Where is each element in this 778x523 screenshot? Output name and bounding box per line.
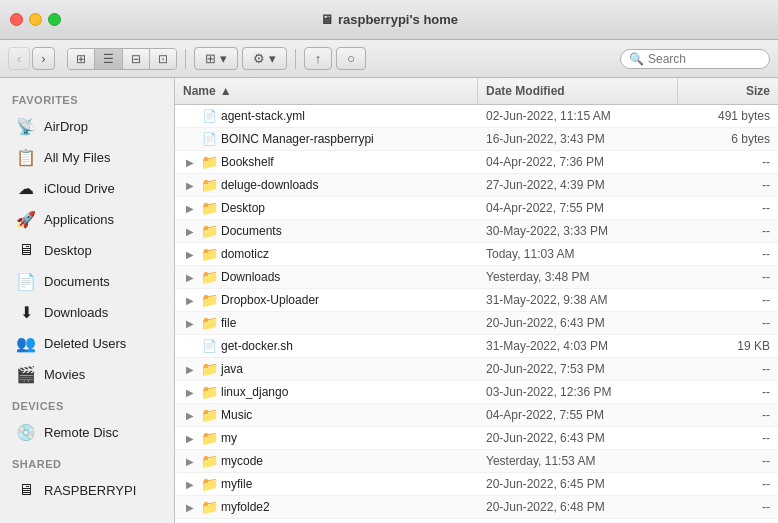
all-my-files-icon: 📋 xyxy=(16,147,36,167)
file-name: my xyxy=(221,431,237,445)
column-name[interactable]: Name ▲ xyxy=(175,78,478,104)
expand-arrow[interactable]: ▶ xyxy=(183,203,197,214)
file-name: file xyxy=(221,316,236,330)
table-row[interactable]: 📄agent-stack.yml02-Jun-2022, 11:15 AM491… xyxy=(175,105,778,128)
table-row[interactable]: ▶📁Music04-Apr-2022, 7:55 PM-- xyxy=(175,404,778,427)
airdrop-icon: 📡 xyxy=(16,116,36,136)
sidebar-item-applications[interactable]: 🚀Applications xyxy=(4,204,170,234)
view-buttons: ⊞ ☰ ⊟ ⊡ xyxy=(67,48,177,70)
expand-arrow[interactable]: ▶ xyxy=(183,364,197,375)
expand-arrow[interactable]: ▶ xyxy=(183,318,197,329)
file-name-cell: ▶📁linux_django xyxy=(175,381,478,403)
table-row[interactable]: ▶📁my20-Jun-2022, 6:43 PM-- xyxy=(175,427,778,450)
deleted-users-label: Deleted Users xyxy=(44,336,126,351)
file-name-cell: ▶📁Desktop xyxy=(175,197,478,219)
table-row[interactable]: ▶📁myfolder1Yesterday, 11:38 AM-- xyxy=(175,519,778,523)
column-size[interactable]: Size xyxy=(678,78,778,104)
expand-arrow[interactable]: ▶ xyxy=(183,180,197,191)
sidebar-item-all-my-files[interactable]: 📋All My Files xyxy=(4,142,170,172)
table-row[interactable]: ▶📁mycodeYesterday, 11:53 AM-- xyxy=(175,450,778,473)
expand-arrow[interactable]: ▶ xyxy=(183,410,197,421)
expand-arrow[interactable]: ▶ xyxy=(183,157,197,168)
search-box[interactable]: 🔍 xyxy=(620,49,770,69)
sidebar-item-movies[interactable]: 🎬Movies xyxy=(4,359,170,389)
movies-icon: 🎬 xyxy=(16,364,36,384)
table-row[interactable]: ▶📁linux_django03-Jun-2022, 12:36 PM-- xyxy=(175,381,778,404)
table-row[interactable]: ▶📁DownloadsYesterday, 3:48 PM-- xyxy=(175,266,778,289)
table-row[interactable]: ▶📁deluge-downloads27-Jun-2022, 4:39 PM-- xyxy=(175,174,778,197)
share-button[interactable]: ↑ xyxy=(304,47,333,70)
springload-icon: ○ xyxy=(347,51,355,66)
table-row[interactable]: ▶📁java20-Jun-2022, 7:53 PM-- xyxy=(175,358,778,381)
documents-icon: 📄 xyxy=(16,271,36,291)
file-name: Downloads xyxy=(221,270,280,284)
search-input[interactable] xyxy=(648,52,761,66)
table-row[interactable]: 📄get-docker.sh31-May-2022, 4:03 PM19 KB xyxy=(175,335,778,358)
table-row[interactable]: ▶📁myfolde220-Jun-2022, 6:48 PM-- xyxy=(175,496,778,519)
sidebar-item-downloads[interactable]: ⬇Downloads xyxy=(4,297,170,327)
file-date: 20-Jun-2022, 7:53 PM xyxy=(478,358,678,380)
file-list-scroll[interactable]: 📄agent-stack.yml02-Jun-2022, 11:15 AM491… xyxy=(175,105,778,523)
view-gallery-button[interactable]: ⊡ xyxy=(150,49,176,69)
file-date: 20-Jun-2022, 6:45 PM xyxy=(478,473,678,495)
view-list-button[interactable]: ☰ xyxy=(95,49,123,69)
sidebar-item-raspberrypi[interactable]: 🖥RASPBERRYPI xyxy=(4,475,170,505)
icloud-drive-label: iCloud Drive xyxy=(44,181,115,196)
view-icons-button[interactable]: ⊞ xyxy=(68,49,95,69)
desktop-label: Desktop xyxy=(44,243,92,258)
file-name-cell: ▶📁Documents xyxy=(175,220,478,242)
file-name-cell: ▶📁domoticz xyxy=(175,243,478,265)
expand-arrow[interactable]: ▶ xyxy=(183,479,197,490)
documents-label: Documents xyxy=(44,274,110,289)
sidebar-item-airdrop[interactable]: 📡AirDrop xyxy=(4,111,170,141)
file-date: 04-Apr-2022, 7:55 PM xyxy=(478,404,678,426)
table-row[interactable]: 📄BOINC Manager-raspberrypi16-Jun-2022, 3… xyxy=(175,128,778,151)
expand-arrow[interactable]: ▶ xyxy=(183,433,197,444)
movies-label: Movies xyxy=(44,367,85,382)
column-date[interactable]: Date Modified xyxy=(478,78,678,104)
file-date: 02-Jun-2022, 11:15 AM xyxy=(478,105,678,127)
expand-arrow[interactable]: ▶ xyxy=(183,226,197,237)
file-name: Desktop xyxy=(221,201,265,215)
expand-arrow[interactable]: ▶ xyxy=(183,456,197,467)
sidebar-item-remote-disc[interactable]: 💿Remote Disc xyxy=(4,417,170,447)
file-name: agent-stack.yml xyxy=(221,109,305,123)
sidebar-item-documents[interactable]: 📄Documents xyxy=(4,266,170,296)
file-icon: 📄 xyxy=(201,131,217,147)
sidebar-item-deleted-users[interactable]: 👥Deleted Users xyxy=(4,328,170,358)
minimize-button[interactable] xyxy=(29,13,42,26)
table-row[interactable]: ▶📁Dropbox-Uploader31-May-2022, 9:38 AM-- xyxy=(175,289,778,312)
arrange-button[interactable]: ⊞ ▾ xyxy=(194,47,238,70)
table-row[interactable]: ▶📁Bookshelf04-Apr-2022, 7:36 PM-- xyxy=(175,151,778,174)
file-size: -- xyxy=(678,197,778,219)
file-name-cell: ▶📁Downloads xyxy=(175,266,478,288)
expand-arrow[interactable]: ▶ xyxy=(183,272,197,283)
table-row[interactable]: ▶📁myfile20-Jun-2022, 6:45 PM-- xyxy=(175,473,778,496)
table-row[interactable]: ▶📁domoticzToday, 11:03 AM-- xyxy=(175,243,778,266)
close-button[interactable] xyxy=(10,13,23,26)
expand-arrow[interactable]: ▶ xyxy=(183,249,197,260)
sidebar-section-shared: Shared xyxy=(0,448,174,474)
view-columns-button[interactable]: ⊟ xyxy=(123,49,150,69)
table-row[interactable]: ▶📁Documents30-May-2022, 3:33 PM-- xyxy=(175,220,778,243)
sidebar: Favorites📡AirDrop📋All My Files☁iCloud Dr… xyxy=(0,78,175,523)
maximize-button[interactable] xyxy=(48,13,61,26)
back-button[interactable]: ‹ xyxy=(8,47,30,70)
file-date: 04-Apr-2022, 7:36 PM xyxy=(478,151,678,173)
file-icon: 📄 xyxy=(201,338,217,354)
table-row[interactable]: ▶📁Desktop04-Apr-2022, 7:55 PM-- xyxy=(175,197,778,220)
downloads-icon: ⬇ xyxy=(16,302,36,322)
folder-icon: 📁 xyxy=(201,200,217,216)
sidebar-item-icloud-drive[interactable]: ☁iCloud Drive xyxy=(4,173,170,203)
expand-arrow[interactable]: ▶ xyxy=(183,295,197,306)
table-row[interactable]: ▶📁file20-Jun-2022, 6:43 PM-- xyxy=(175,312,778,335)
file-size: -- xyxy=(678,312,778,334)
sidebar-item-desktop[interactable]: 🖥Desktop xyxy=(4,235,170,265)
expand-arrow[interactable]: ▶ xyxy=(183,387,197,398)
traffic-lights[interactable] xyxy=(10,13,61,26)
action-button[interactable]: ⚙ ▾ xyxy=(242,47,287,70)
expand-arrow[interactable]: ▶ xyxy=(183,502,197,513)
springload-button[interactable]: ○ xyxy=(336,47,366,70)
file-name-cell: ▶📁Music xyxy=(175,404,478,426)
forward-button[interactable]: › xyxy=(32,47,54,70)
